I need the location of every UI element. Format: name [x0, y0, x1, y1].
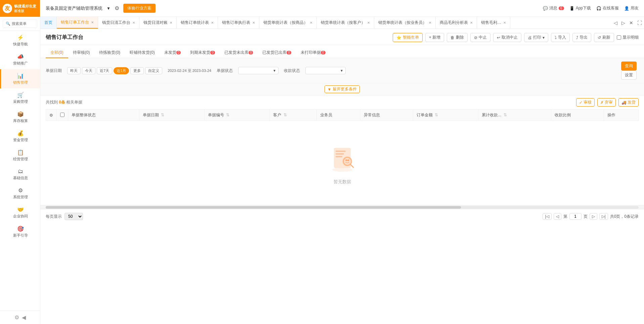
tab-close-by-product[interactable]: ✕ — [310, 21, 312, 25]
tab-close-by-customer[interactable]: ✕ — [367, 21, 370, 25]
expand-row: ▼ 展开更多条件 — [40, 83, 644, 95]
col-date[interactable]: 单据日期 ⇅ — [139, 110, 204, 121]
sidebar-item-inventory[interactable]: 📦 库存核算 — [0, 108, 40, 127]
search-button[interactable]: 查询 — [621, 62, 637, 71]
tab-close-by-salesperson[interactable]: ✕ — [429, 21, 431, 25]
settings-button[interactable]: 设置 — [621, 71, 637, 80]
tab-close-sales-order[interactable]: ✕ — [91, 21, 94, 24]
scrollbar-thumb[interactable] — [46, 206, 461, 209]
tab-daily-cash[interactable]: 钱货日清工作台 ✕ — [98, 17, 139, 29]
page-number-input[interactable] — [569, 213, 582, 220]
page-next-button[interactable]: ▷ — [590, 213, 597, 220]
date-today[interactable]: 今天 — [82, 67, 95, 74]
tab-sales-exec[interactable]: 销售订单执行表 ✕ — [218, 17, 259, 29]
print-button[interactable]: 🖨 打印 ▾ — [524, 33, 548, 42]
show-detail-label[interactable]: 显示明细 — [617, 35, 639, 40]
app-download-button[interactable]: 📱 App下载 — [569, 5, 591, 11]
ship-button[interactable]: 🚚 发货 — [618, 98, 639, 107]
filter-tab-overdue-unshipped[interactable]: 到期未发货0 — [185, 48, 220, 58]
revoke-button[interactable]: ✗ 弃审 — [597, 98, 616, 107]
page-size-select[interactable]: 10 20 50 100 — [65, 213, 83, 220]
sidebar-item-sales[interactable]: 📊 销售管理 — [0, 69, 40, 88]
tab-close-daily-cash[interactable]: ✕ — [132, 21, 135, 25]
expand-conditions-button[interactable]: ▼ 展开更多条件 — [325, 85, 360, 93]
filter-tab-pending-inspect[interactable]: 待拣验货(0) — [94, 48, 125, 58]
sidebar-item-purchase[interactable]: 🛒 采购管理 — [0, 88, 40, 108]
sidebar-item-management[interactable]: 📋 经营管理 — [0, 146, 40, 165]
tab-prev-button[interactable]: ◁ — [612, 17, 619, 29]
page-prev-button[interactable]: ◁ — [554, 213, 561, 220]
cancel-stop-button[interactable]: ↩ 取消中止 — [493, 33, 521, 42]
filter-tab-shipped-out[interactable]: 已发货已出库0 — [258, 48, 296, 58]
status-select[interactable]: ▾ — [238, 67, 278, 74]
sidebar-item-system[interactable]: ⚙ 系统管理 — [0, 184, 40, 203]
col-customer[interactable]: 客户 ⇅ — [270, 110, 317, 121]
import-button[interactable]: ⤵ 导入 — [551, 33, 570, 42]
tab-by-salesperson[interactable]: 销货单统计表（按业务员） ✕ — [374, 17, 436, 29]
topbar-settings-icon[interactable]: ⚙ — [115, 5, 119, 11]
date-more[interactable]: 更多 — [130, 67, 144, 74]
filter-tab-pending-review[interactable]: 待审核(0) — [68, 48, 95, 58]
system-dropdown[interactable]: ▼ — [106, 6, 111, 11]
filter-tab-shipped-not-out[interactable]: 已发货未出库0 — [220, 48, 258, 58]
tab-gross-margin[interactable]: 商品毛利分析表 ✕ — [436, 17, 477, 29]
date-yesterday[interactable]: 昨天 — [67, 67, 81, 74]
tab-by-product[interactable]: 销货单统计表（按商品） ✕ — [259, 17, 317, 29]
tab-close-sales-stats[interactable]: ✕ — [211, 21, 214, 25]
sidebar-collapse-button[interactable]: ◀ — [22, 314, 26, 321]
horizontal-scrollbar[interactable] — [40, 205, 644, 209]
search-menu-button[interactable]: 🔍 搜索菜单 — [3, 19, 37, 28]
page-first-button[interactable]: |◁ — [543, 213, 551, 220]
tab-reconcile[interactable]: 钱货日清对账 ✕ — [139, 17, 177, 29]
page-last-button[interactable]: ▷| — [599, 213, 608, 220]
sidebar-settings-button[interactable]: ⚙ — [14, 314, 19, 321]
online-service-button[interactable]: 🎧 在线客服 — [596, 5, 619, 11]
date-custom[interactable]: 自定义 — [145, 67, 162, 74]
industry-btn[interactable]: 体验行业方案 — [123, 4, 156, 13]
tab-fullscreen-button[interactable]: ⛶ — [635, 17, 644, 29]
sidebar-item-marketing[interactable]: 📣 营销推广 — [0, 50, 40, 69]
tab-close-gross-margin[interactable]: ✕ — [470, 21, 473, 25]
audit-button[interactable]: ✓ 审核 — [576, 98, 595, 107]
select-all-checkbox[interactable] — [60, 113, 65, 117]
sidebar-item-cooperation[interactable]: 🤝 企业协同 — [0, 203, 40, 222]
tab-close-sales-gross[interactable]: ✕ — [503, 21, 506, 25]
filter-tab-unprinted[interactable]: 未打印单据0 — [296, 48, 330, 58]
export-button[interactable]: ⤴ 导出 — [572, 33, 591, 42]
sidebar-item-basicinfo[interactable]: 🗂 基础信息 — [0, 165, 40, 184]
smart-create-button[interactable]: ⭐ 智能生单 — [393, 33, 423, 42]
tab-close-reconcile[interactable]: ✕ — [170, 21, 172, 25]
new-button[interactable]: + 新增 — [425, 33, 444, 42]
user-menu[interactable]: 👤 用友 — [624, 5, 639, 11]
tab-close-all-button[interactable]: ✕ — [627, 17, 635, 29]
date-range-display: 2023-02-24 至 2023-03-24 — [168, 68, 211, 73]
stop-button[interactable]: ⊘ 中止 — [470, 33, 490, 42]
tab-sales-stats[interactable]: 销售订单统计表 ✕ — [177, 17, 218, 29]
sidebar-item-quicknav[interactable]: ⚡ 快捷导航 — [0, 31, 40, 50]
col-total-receipt[interactable]: 累计收款... ⇅ — [478, 110, 551, 121]
tab-sales-gross[interactable]: 销售毛利… ✕ — [477, 17, 510, 29]
show-detail-checkbox[interactable] — [617, 35, 621, 40]
payment-select[interactable]: ▾ — [305, 67, 346, 74]
filter-tab-all[interactable]: 全部(0) — [46, 48, 68, 58]
message-button[interactable]: 💬 消息 6 — [543, 5, 564, 11]
tab-by-customer[interactable]: 销货单统计表（按客户） ✕ — [317, 17, 374, 29]
tab-sales-order[interactable]: 销售订单工作台 ✕ — [57, 17, 98, 29]
delete-button[interactable]: 🗑 删除 — [447, 33, 468, 42]
filter-tab-wangpu[interactable]: 旺铺待发货(0) — [125, 48, 160, 58]
filter-tab-unshipped[interactable]: 未发货0 — [160, 48, 186, 58]
svg-point-9 — [347, 159, 349, 161]
tab-home[interactable]: 首页 — [40, 17, 57, 29]
sidebar-item-newbie[interactable]: 🎯 新手引导 — [0, 222, 40, 241]
date-7days[interactable]: 近7天 — [97, 67, 112, 74]
tab-next-button[interactable]: ▷ — [619, 17, 627, 29]
col-amount[interactable]: 订单金额 ⇅ — [413, 110, 478, 121]
refresh-button[interactable]: ↺ 刷新 — [594, 33, 614, 42]
sidebar-item-finance[interactable]: 💰 资金管理 — [0, 127, 40, 146]
svg-point-6 — [344, 158, 351, 165]
col-number[interactable]: 单据编号 ⇅ — [205, 110, 270, 121]
date-1month[interactable]: 近1月 — [114, 67, 129, 74]
table-settings-col[interactable]: ⚙ — [46, 110, 57, 121]
main-area: 装备及固定资产辅助管理系统 ▼ ⚙ 体验行业方案 💬 消息 6 📱 App下载 … — [40, 0, 644, 324]
tab-close-sales-exec[interactable]: ✕ — [252, 21, 255, 25]
